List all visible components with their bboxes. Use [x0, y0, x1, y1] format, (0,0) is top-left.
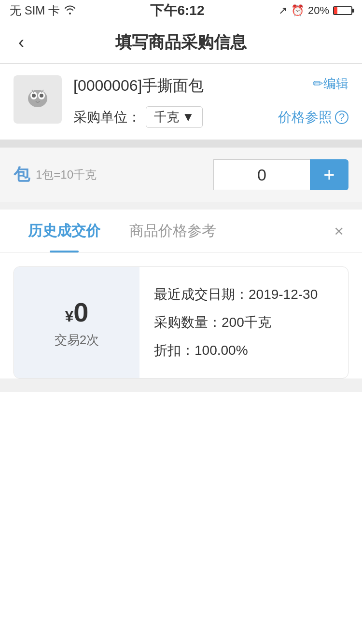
product-logo-icon	[23, 83, 52, 116]
qty-value[interactable]: 0	[213, 159, 310, 190]
deal-date-row: 最近成交日期：2019-12-30	[154, 284, 334, 305]
deal-count: 交易2次	[55, 332, 99, 349]
deal-discount-row: 折扣：100.00%	[154, 340, 334, 361]
deal-left: ¥0 交易2次	[14, 267, 139, 378]
status-right: ↗ ⏰ 20%	[278, 4, 352, 17]
status-time: 下午6:12	[150, 1, 204, 20]
unit-select-button[interactable]: 千克 ▼	[146, 106, 203, 128]
tabs-header: 历史成交价 商品价格参考 ×	[0, 210, 362, 253]
product-info: [0000006]手撕面包 ✏编辑 采购单位： 千克 ▼ 价格参照 ?	[73, 75, 348, 128]
deal-right: 最近成交日期：2019-12-30 采购数量：200千克 折扣：100.00%	[139, 267, 348, 378]
deal-currency: ¥	[65, 308, 74, 325]
edit-button[interactable]: ✏编辑	[313, 75, 348, 92]
tabs-section: 历史成交价 商品价格参考 × ¥0 交易2次 最近成交日期：2019-12-30…	[0, 210, 362, 378]
bottom-area	[0, 392, 362, 644]
price-ref-button[interactable]: 价格参照 ?	[278, 108, 348, 126]
tab-product-price-ref[interactable]: 商品价格参考	[115, 210, 231, 252]
product-image	[14, 75, 62, 124]
qty-input-group: 0 +	[213, 159, 348, 190]
qty-unit-sub: 1包=10千克	[36, 167, 97, 182]
product-header: [0000006]手撕面包 ✏编辑	[73, 75, 348, 97]
page-title: 填写商品采购信息	[115, 31, 247, 54]
tab-history-price[interactable]: 历史成交价	[14, 210, 115, 252]
qty-label: 包 1包=10千克	[14, 164, 97, 186]
separator	[0, 140, 362, 147]
status-left: 无 SIM 卡	[10, 3, 76, 18]
location-icon: ↗	[278, 4, 287, 17]
qty-unit-main: 包	[14, 164, 30, 186]
price-ref-help-icon: ?	[335, 111, 348, 124]
tabs-list: 历史成交价 商品价格参考	[14, 210, 231, 252]
status-bar: 无 SIM 卡 下午6:12 ↗ ⏰ 20%	[0, 0, 362, 21]
svg-point-0	[28, 90, 47, 107]
alarm-icon: ⏰	[291, 4, 304, 17]
deal-card: ¥0 交易2次 最近成交日期：2019-12-30 采购数量：200千克 折扣：…	[14, 266, 348, 378]
quantity-row: 包 1包=10千克 0 +	[0, 147, 362, 202]
tab-close-button[interactable]: ×	[329, 217, 348, 245]
qty-plus-button[interactable]: +	[310, 159, 348, 190]
wifi-icon	[64, 4, 76, 17]
product-name: [0000006]手撕面包	[73, 75, 204, 97]
battery-icon	[333, 6, 352, 15]
nav-bar: ‹ 填写商品采购信息	[0, 21, 362, 64]
svg-point-3	[32, 94, 36, 98]
product-card: [0000006]手撕面包 ✏编辑 采购单位： 千克 ▼ 价格参照 ?	[0, 64, 362, 140]
battery-percent: 20%	[308, 4, 329, 17]
svg-point-4	[40, 94, 43, 98]
back-button[interactable]: ‹	[14, 28, 29, 57]
deal-price: ¥0	[65, 296, 89, 328]
deal-qty-row: 采购数量：200千克	[154, 312, 334, 333]
product-unit-row: 采购单位： 千克 ▼ 价格参照 ?	[73, 106, 348, 128]
carrier-label: 无 SIM 卡	[10, 3, 60, 18]
unit-label: 采购单位： 千克 ▼	[73, 106, 203, 128]
dropdown-icon: ▼	[182, 110, 195, 125]
